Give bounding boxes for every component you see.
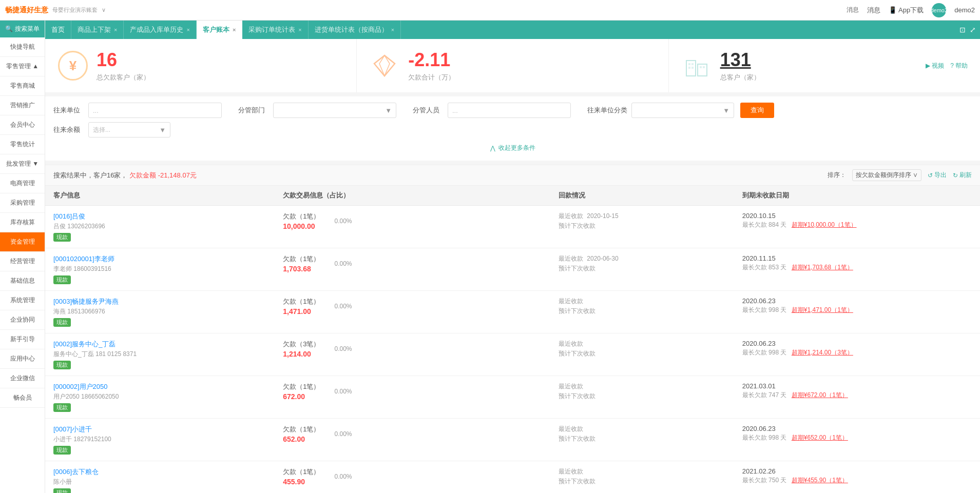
overdue-link-6[interactable]: 超期¥455.90（1笔） xyxy=(792,477,848,484)
tab-purchase-product[interactable]: 进货单统计表（按商品） × xyxy=(309,21,401,39)
due-overdue-0: 最长欠款 884 天 超期¥10,000.00（1笔） xyxy=(742,221,972,229)
overdue-link-1[interactable]: 超期¥1,703.68（1笔） xyxy=(792,264,853,271)
customer-tag-5: 现款 xyxy=(53,446,71,455)
overdue-link-5[interactable]: 超期¥652.00（1笔） xyxy=(792,434,848,441)
sidebar-item-system[interactable]: 系统管理 xyxy=(0,291,45,310)
message-label[interactable]: 消息 xyxy=(867,6,880,15)
customer-name-link-2[interactable]: [0003]畅捷服务尹海燕 xyxy=(53,297,283,306)
recovery-date-3: 最近收款 xyxy=(559,340,742,348)
person-input[interactable]: ... xyxy=(448,103,571,118)
tab-product-history[interactable]: 产成品入库单历史 × xyxy=(124,21,196,39)
sidebar-item-basic-info[interactable]: 基础信息 xyxy=(0,271,45,291)
from-unit-input[interactable]: ... xyxy=(88,103,222,118)
sidebar-item-purchase[interactable]: 采购管理 xyxy=(0,193,45,213)
brand-dropdown-icon[interactable]: ∨ xyxy=(102,7,106,13)
unit-class-select[interactable]: ▼ xyxy=(631,103,734,118)
customer-name-link-4[interactable]: [000002]用户2050 xyxy=(53,382,283,391)
tab-close-purchase-product[interactable]: × xyxy=(391,27,394,33)
debt-amount-3: 1,214.00 xyxy=(283,350,320,358)
due-date-1: 2020.11.15 xyxy=(742,254,972,262)
customer-name-link-5[interactable]: [0007]小进千 xyxy=(53,425,283,434)
recovery-next-4: 预计下次收款 xyxy=(559,392,742,401)
overdue-link-3[interactable]: 超期¥1,214.00（3笔） xyxy=(792,349,853,356)
sidebar-item-app-center[interactable]: 应用中心 xyxy=(0,349,45,369)
collapse-label: 收起更多条件 xyxy=(498,144,535,152)
sidebar-item-vip[interactable]: 畅会员 xyxy=(0,388,45,408)
export-button[interactable]: ↺ 导出 xyxy=(928,171,947,180)
tab-bar-expand-icon[interactable]: ⤢ xyxy=(970,26,976,34)
recovery-info-6: 最近收款 预计下次收款 xyxy=(559,467,742,486)
overdue-link-0[interactable]: 超期¥10,000.00（1笔） xyxy=(792,221,857,228)
recovery-next-1: 预计下次收款 xyxy=(559,264,742,273)
customer-tag-4: 现款 xyxy=(53,403,71,412)
svg-rect-6 xyxy=(688,67,690,69)
view-video-link[interactable]: ▶ 视频 xyxy=(926,62,944,70)
tab-customer-account[interactable]: 客户账本 × xyxy=(197,21,242,39)
sidebar-item-operations[interactable]: 经营管理 xyxy=(0,252,45,271)
customer-info-4: [000002]用户2050 用户2050 18665062050 现款 xyxy=(53,382,283,412)
sidebar-item-batch-mgmt[interactable]: 批发管理 ▼ xyxy=(0,154,45,174)
brand-logo[interactable]: 畅捷通好生意 xyxy=(5,6,48,15)
sidebar-item-quick-nav[interactable]: 快捷导航 xyxy=(0,37,45,57)
tab-close-purchase-stats[interactable]: × xyxy=(298,27,301,33)
page-content: ¥ 16 总欠款客户（家） xyxy=(45,39,980,493)
tab-product-offline[interactable]: 商品上下架 × xyxy=(71,21,124,39)
stat-value-debt-customers: 16 xyxy=(97,49,150,71)
tab-home[interactable]: 首页 xyxy=(45,21,71,39)
sidebar-item-inventory[interactable]: 库存核算 xyxy=(0,213,45,232)
due-overdue-4: 最长欠款 747 天 超期¥672.00（1笔） xyxy=(742,391,972,400)
collapse-row[interactable]: ⋀ 收起更多条件 xyxy=(53,142,972,154)
due-date-2: 2020.06.23 xyxy=(742,297,972,305)
sidebar-item-retail-stats[interactable]: 零售统计 xyxy=(0,135,45,154)
sort-label: 排序： xyxy=(828,171,846,180)
sidebar-search[interactable]: 🔍 搜索菜单 xyxy=(0,21,45,37)
dept-select[interactable]: ▼ xyxy=(273,103,396,118)
sidebar-item-finance[interactable]: 资金管理 xyxy=(0,232,45,252)
recovery-info-3: 最近收款 预计下次收款 xyxy=(559,340,742,358)
customer-sub-0: 吕俊 13026203696 xyxy=(53,222,283,231)
due-overdue-5: 最长欠款 998 天 超期¥652.00（1笔） xyxy=(742,433,972,442)
query-button[interactable]: 查询 xyxy=(740,103,774,118)
svg-rect-2 xyxy=(686,61,696,76)
app-download-link[interactable]: 📱 App下载 xyxy=(889,6,924,15)
balance-select[interactable]: 选择... ▼ xyxy=(88,122,170,137)
sort-select[interactable]: 按欠款金额倒序排序 ∨ xyxy=(852,169,921,181)
stat-icon-2 xyxy=(369,50,400,81)
debt-percent-5: 0.00% xyxy=(334,430,352,438)
debt-amount-2: 1,471.00 xyxy=(283,307,320,315)
tab-purchase-stats[interactable]: 采购订单统计表 × xyxy=(242,21,308,39)
sidebar-item-ecommerce[interactable]: 电商管理 xyxy=(0,174,45,193)
sidebar-item-wechat[interactable]: 企业微信 xyxy=(0,369,45,388)
refresh-button[interactable]: ↻ 刷新 xyxy=(953,171,972,180)
user-name[interactable]: demo2 xyxy=(954,6,975,14)
sidebar-item-newbie[interactable]: 新手引导 xyxy=(0,330,45,349)
results-amount: 欠款金额 -21,148.07元 xyxy=(129,171,197,179)
recovery-info-4: 最近收款 预计下次收款 xyxy=(559,382,742,401)
tab-close-customer-account[interactable]: × xyxy=(233,27,236,33)
customer-info-5: [0007]小进千 小进千 18279152100 现款 xyxy=(53,425,283,455)
customer-sub-1: 李老师 18600391516 xyxy=(53,265,283,273)
debt-info-4: 欠款（1笔） 672.00 0.00% xyxy=(283,382,559,401)
overdue-link-2[interactable]: 超期¥1,471.00（1笔） xyxy=(792,306,853,313)
customer-name-link-3[interactable]: [0002]服务中心_丁磊 xyxy=(53,340,283,349)
customer-name-link-0[interactable]: [0016]吕俊 xyxy=(53,212,283,221)
customer-info-1: [0001020001]李老师 李老师 18600391516 现款 xyxy=(53,254,283,284)
tab-close-product-offline[interactable]: × xyxy=(114,27,117,33)
sidebar-item-marketing[interactable]: 营销推广 xyxy=(0,96,45,115)
tab-close-product-history[interactable]: × xyxy=(186,27,189,33)
overdue-link-4[interactable]: 超期¥672.00（1笔） xyxy=(792,391,848,399)
sidebar-item-member[interactable]: 会员中心 xyxy=(0,115,45,135)
user-avatar[interactable]: demo2 xyxy=(932,3,946,17)
customer-name-link-6[interactable]: [0006]去下粮仓 xyxy=(53,467,283,477)
sidebar-item-retail-mgmt[interactable]: 零售管理 ▲ xyxy=(0,57,45,76)
debt-amount-5: 652.00 xyxy=(283,435,320,443)
customer-name-link-1[interactable]: [0001020001]李老师 xyxy=(53,254,283,264)
sidebar-item-enterprise[interactable]: 企业协同 xyxy=(0,310,45,330)
stat-value-total-customers: 131 xyxy=(720,49,760,71)
sidebar-item-retail-mall[interactable]: 零售商城 xyxy=(0,76,45,96)
help-link[interactable]: ? 帮助 xyxy=(950,62,968,70)
tab-bar-shrink-icon[interactable]: ⊡ xyxy=(959,26,966,34)
due-info-2: 2020.06.23 最长欠款 998 天 超期¥1,471.00（1笔） xyxy=(742,297,972,314)
customer-tag-0: 现款 xyxy=(53,233,71,242)
message-link[interactable]: 消息 xyxy=(847,6,859,14)
